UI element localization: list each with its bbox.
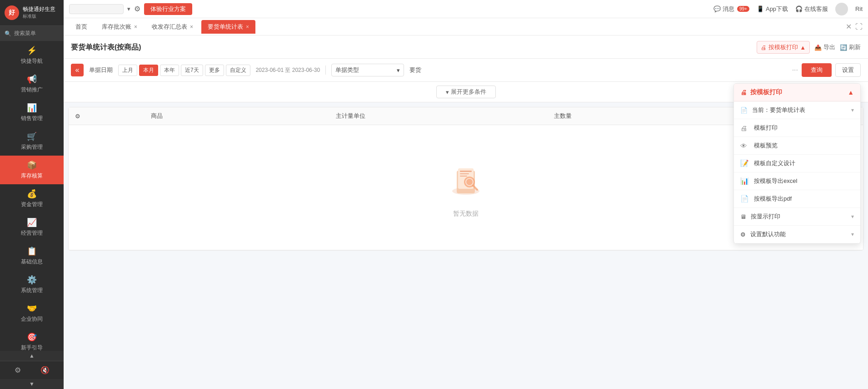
template-print-btn[interactable]: 🖨 按模板打印 ▲ xyxy=(757,41,810,54)
tab-receipt-summary-label: 收发存汇总表 xyxy=(152,23,187,31)
date-btn-last7days[interactable]: 近7天 xyxy=(181,65,203,76)
sidebar-item-cooperation[interactable]: 🤝 企业协同 xyxy=(0,299,64,328)
dropdown-current-label: 当前：要货单统计表 xyxy=(752,106,805,114)
sidebar-item-label: 营销推广 xyxy=(21,86,43,94)
tab-inventory-batch[interactable]: 库存批次账 × xyxy=(95,20,144,34)
search-label: 搜索菜单 xyxy=(14,30,36,37)
search-menu-item[interactable]: 🔍 搜索菜单 xyxy=(0,26,64,41)
date-btn-current-year[interactable]: 本年 xyxy=(160,65,179,76)
more-options-icon[interactable]: ··· xyxy=(792,66,798,74)
settings-bottom-icon[interactable]: ⚙ xyxy=(15,366,21,374)
query-btn[interactable]: 查询 xyxy=(802,63,832,77)
close-tab-inventory-batch[interactable]: × xyxy=(134,24,137,30)
dropdown-export-pdf-label: 按模板导出pdf xyxy=(754,195,792,203)
sidebar-item-shortcut[interactable]: ⚡ 快捷导航 xyxy=(0,41,64,70)
scroll-up-icon: ▲ xyxy=(29,353,35,359)
sidebar-scroll-up[interactable]: ▲ xyxy=(0,351,64,361)
header-dropdown-icon[interactable]: ▾ xyxy=(127,5,130,12)
app-logo: 好 畅捷通好生意 标准版 xyxy=(0,0,64,26)
dropdown-template-print[interactable]: 🖨 模板打印 xyxy=(734,119,860,137)
sidebar-item-label: 采购管理 xyxy=(21,143,43,151)
export-btn[interactable]: 📤 导出 xyxy=(814,43,835,51)
settings-btn[interactable]: 设置 xyxy=(835,63,861,77)
dropdown-export-excel[interactable]: 📊 按模板导出excel xyxy=(734,172,860,190)
goods-label: 要货 xyxy=(409,66,421,74)
mute-icon[interactable]: 🔇 xyxy=(40,366,50,374)
current-arrow-icon: ▾ xyxy=(851,107,854,113)
sidebar: 好 畅捷通好生意 标准版 🔍 搜索菜单 ⚡ 快捷导航 📢 营销推广 📊 销售管理… xyxy=(0,0,64,389)
sidebar-item-inventory[interactable]: 📦 库存核算 xyxy=(0,156,64,184)
dropdown-template-design[interactable]: 📝 模板自定义设计 xyxy=(734,155,860,172)
dropdown-title-area: 🖨 按模板打印 xyxy=(740,88,782,96)
dropdown-display-print[interactable]: 🖥 按显示打印 ▾ xyxy=(734,208,860,226)
date-btn-more[interactable]: 更多 xyxy=(205,65,224,76)
sidebar-item-operations[interactable]: 📈 经营管理 xyxy=(0,213,64,242)
date-btn-prev-month[interactable]: 上月 xyxy=(118,65,137,76)
date-btn-current-month[interactable]: 本月 xyxy=(139,65,158,76)
tab-bar: 首页 库存批次账 × 收发存汇总表 × 要货单统计表 × ✕ ⛶ xyxy=(64,18,868,35)
expand-more-label: 展开更多条件 xyxy=(451,88,486,96)
sidebar-item-guide[interactable]: 🎯 新手引导 xyxy=(0,328,64,351)
sidebar-nav: ⚡ 快捷导航 📢 营销推广 📊 销售管理 🛒 采购管理 📦 库存核算 💰 资金管… xyxy=(0,41,64,351)
system-icon: ⚙️ xyxy=(27,275,37,285)
refresh-btn[interactable]: 🔄 刷新 xyxy=(840,43,861,51)
col-quantity: 主数量 xyxy=(475,107,651,125)
sidebar-item-label: 资金管理 xyxy=(21,201,43,208)
page-title-row: 要货单统计表(按商品) 🖨 按模板打印 ▲ 📤 导出 🔄 刷新 xyxy=(71,41,861,54)
online-service-btn[interactable]: 🎧 在线客服 xyxy=(795,5,828,13)
refresh-icon: 🔄 xyxy=(840,44,847,51)
sidebar-item-system[interactable]: ⚙️ 系统管理 xyxy=(0,270,64,299)
export-excel-icon: 📊 xyxy=(740,177,749,185)
sidebar-scroll-down[interactable]: ▼ xyxy=(0,379,64,389)
sidebar-item-finance[interactable]: 💰 资金管理 xyxy=(0,184,64,213)
order-type-select[interactable]: 单据类型 ▾ xyxy=(331,64,404,76)
chevron-down-icon: ▾ xyxy=(397,67,400,74)
settings-icon[interactable]: ⚙ xyxy=(134,5,140,13)
sidebar-item-label: 基础信息 xyxy=(21,258,43,266)
scroll-down-icon: ▼ xyxy=(29,381,35,387)
page-title: 要货单统计表(按商品) xyxy=(71,43,141,52)
header-right: 💬 消息 99+ 📱 App下载 🎧 在线客服 Rit xyxy=(713,3,863,15)
operations-icon: 📈 xyxy=(27,217,37,227)
sidebar-item-label: 系统管理 xyxy=(21,287,43,294)
guide-icon: 🎯 xyxy=(27,332,37,342)
maximize-window-btn[interactable]: ⛶ xyxy=(855,23,863,31)
sidebar-item-purchase[interactable]: 🛒 采购管理 xyxy=(0,127,64,156)
trial-btn[interactable]: 体验行业方案 xyxy=(144,3,192,15)
filter-expand-btn[interactable]: « xyxy=(71,64,84,76)
avatar[interactable] xyxy=(835,3,848,15)
close-window-btn[interactable]: ✕ xyxy=(846,22,852,31)
top-header: ▾ ⚙ 体验行业方案 💬 消息 99+ 📱 App下载 🎧 在线客服 Rit xyxy=(64,0,868,18)
dropdown-close-btn[interactable]: ▲ xyxy=(848,89,854,96)
online-service-label: 在线客服 xyxy=(804,5,828,13)
date-btns: 上月 本月 本年 近7天 更多 自定义 xyxy=(118,65,250,76)
username: Rit xyxy=(855,5,863,12)
app-download-label: App下载 xyxy=(766,5,788,13)
dropdown-template-preview[interactable]: 👁 模板预览 xyxy=(734,137,860,155)
sidebar-item-marketing[interactable]: 📢 营销推广 xyxy=(0,70,64,98)
date-btn-custom[interactable]: 自定义 xyxy=(226,65,250,76)
tab-order-stats[interactable]: 要货单统计表 × xyxy=(201,20,255,34)
sidebar-item-label: 新手引导 xyxy=(21,344,43,351)
tab-receipt-summary[interactable]: 收发存汇总表 × xyxy=(145,20,200,34)
filter-row: « 单据日期 上月 本月 本年 近7天 更多 自定义 2023-06-01 至 … xyxy=(64,59,868,82)
close-tab-receipt-summary[interactable]: × xyxy=(190,24,193,30)
expand-more-btn[interactable]: ▾ 展开更多条件 xyxy=(436,86,496,98)
col-settings[interactable]: ⚙ xyxy=(69,107,87,125)
dropdown-set-default-label: 设置默认功能 xyxy=(750,230,786,238)
tab-inventory-batch-label: 库存批次账 xyxy=(102,23,131,31)
breadcrumb-input[interactable] xyxy=(69,4,124,14)
tab-home[interactable]: 首页 xyxy=(69,20,94,34)
dropdown-set-default[interactable]: ⚙ 设置默认功能 ▾ xyxy=(734,226,860,243)
close-tab-order-stats[interactable]: × xyxy=(246,24,249,30)
tab-home-label: 首页 xyxy=(75,23,87,31)
empty-illustration xyxy=(443,157,489,202)
app-download-btn[interactable]: 📱 App下载 xyxy=(757,5,788,13)
dropdown-current-item[interactable]: 📄 当前：要货单统计表 ▾ xyxy=(734,101,860,119)
date-range: 2023-06-01 至 2023-06-30 xyxy=(256,66,320,74)
dropdown-export-pdf[interactable]: 📄 按模板导出pdf xyxy=(734,190,860,208)
messages-btn[interactable]: 💬 消息 99+ xyxy=(713,5,749,13)
sidebar-item-sales[interactable]: 📊 销售管理 xyxy=(0,98,64,127)
sidebar-item-basic[interactable]: 📋 基础信息 xyxy=(0,242,64,270)
purchase-icon: 🛒 xyxy=(27,131,37,141)
